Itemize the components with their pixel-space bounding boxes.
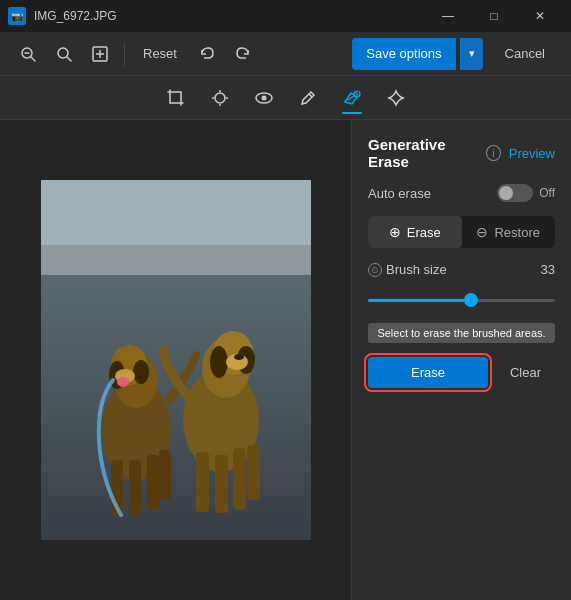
window-controls: — □ ✕	[425, 0, 563, 32]
save-options-arrow-button[interactable]: ▾	[460, 38, 483, 70]
draw-icon	[299, 89, 317, 107]
brush-size-slider-container	[368, 291, 555, 309]
svg-point-32	[117, 377, 129, 387]
svg-rect-20	[41, 245, 311, 275]
minimize-button[interactable]: —	[425, 0, 471, 32]
undo-icon	[199, 46, 215, 62]
reset-button[interactable]: Reset	[133, 42, 187, 65]
svg-rect-21	[41, 275, 311, 540]
slider-fill	[368, 299, 471, 302]
main-toolbar: Reset Save options ▾ Cancel	[0, 32, 571, 76]
panel-info-icon[interactable]: i	[486, 145, 501, 161]
toggle-knob	[499, 186, 513, 200]
zoom-fit-icon	[56, 46, 72, 62]
toolbar-separator	[124, 42, 125, 66]
svg-line-17	[355, 92, 358, 95]
photo-canvas[interactable]	[41, 180, 311, 540]
svg-point-14	[261, 95, 266, 100]
erase-tab-label: Erase	[407, 225, 441, 240]
preview-link[interactable]: Preview	[509, 146, 555, 161]
restore-tab-label: Restore	[494, 225, 540, 240]
svg-point-30	[133, 360, 149, 384]
zoom-out-button[interactable]	[12, 38, 44, 70]
svg-rect-19	[41, 180, 311, 250]
zoom-fit-button[interactable]	[48, 38, 80, 70]
right-panel: Generative Erase i Preview Auto erase Of…	[351, 120, 571, 600]
undo-button[interactable]	[191, 38, 223, 70]
svg-line-4	[67, 57, 71, 61]
svg-line-15	[309, 94, 312, 97]
svg-point-40	[210, 346, 228, 378]
maximize-button[interactable]: □	[471, 0, 517, 32]
photo-svg	[41, 180, 311, 540]
app-icon-symbol: 📷	[11, 11, 23, 22]
adjust-icon	[211, 89, 229, 107]
svg-rect-25	[129, 460, 141, 515]
svg-rect-36	[215, 455, 228, 513]
redeye-icon	[255, 89, 273, 107]
erase-tab-icon: ⊕	[389, 224, 401, 240]
redo-icon	[235, 46, 251, 62]
slider-thumb[interactable]	[464, 293, 478, 307]
zoom-out-icon	[20, 46, 36, 62]
title-bar: 📷 IMG_6972.JPG — □ ✕	[0, 0, 571, 32]
redo-button[interactable]	[227, 38, 259, 70]
effects-icon	[387, 89, 405, 107]
redeye-tool-button[interactable]	[246, 80, 282, 116]
adjust-tool-button[interactable]	[202, 80, 238, 116]
image-area[interactable]	[0, 120, 351, 600]
brush-size-row: ⊙ Brush size 33	[368, 262, 555, 277]
panel-title: Generative Erase	[368, 136, 478, 170]
zoom-actual-button[interactable]	[84, 38, 116, 70]
title-bar-filename: IMG_6972.JPG	[34, 9, 417, 23]
brush-size-value: 33	[541, 262, 555, 277]
erase-tab[interactable]: ⊕ Erase	[368, 216, 462, 248]
svg-rect-26	[147, 455, 159, 510]
slider-track	[368, 299, 555, 302]
action-buttons-row: Erase Clear	[368, 357, 555, 388]
svg-rect-37	[233, 448, 246, 510]
svg-point-8	[215, 93, 225, 103]
erase-tool-button[interactable]	[334, 80, 370, 116]
auto-erase-row: Auto erase Off	[368, 184, 555, 202]
draw-tool-button[interactable]	[290, 80, 326, 116]
close-button[interactable]: ✕	[517, 0, 563, 32]
app-icon: 📷	[8, 7, 26, 25]
auto-erase-toggle[interactable]	[497, 184, 533, 202]
svg-rect-38	[247, 445, 260, 500]
erase-button[interactable]: Erase	[368, 357, 488, 388]
crop-icon	[167, 89, 185, 107]
save-options-button[interactable]: Save options	[352, 38, 455, 70]
crop-tool-button[interactable]	[158, 80, 194, 116]
erase-tooltip: Select to erase the brushed areas.	[368, 323, 555, 343]
secondary-toolbar	[0, 76, 571, 120]
clear-button[interactable]: Clear	[496, 357, 555, 388]
restore-tab-icon: ⊖	[476, 224, 488, 240]
svg-rect-35	[196, 452, 209, 512]
brush-size-label-group: ⊙ Brush size	[368, 262, 447, 277]
brush-size-info-icon[interactable]: ⊙	[368, 263, 382, 277]
main-content: Generative Erase i Preview Auto erase Of…	[0, 120, 571, 600]
restore-tab[interactable]: ⊖ Restore	[462, 216, 556, 248]
brush-size-label-text: Brush size	[386, 262, 447, 277]
erase-icon	[343, 89, 361, 107]
svg-line-1	[31, 57, 35, 61]
erase-restore-tabs: ⊕ Erase ⊖ Restore	[368, 216, 555, 248]
panel-title-row: Generative Erase i Preview	[368, 136, 555, 170]
zoom-actual-icon	[92, 46, 108, 62]
toggle-state-label: Off	[539, 186, 555, 200]
svg-rect-27	[159, 450, 171, 500]
cancel-button[interactable]: Cancel	[491, 38, 559, 70]
toggle-container: Off	[497, 184, 555, 202]
auto-erase-label: Auto erase	[368, 186, 431, 201]
effects-tool-button[interactable]	[378, 80, 414, 116]
svg-point-43	[234, 354, 244, 360]
